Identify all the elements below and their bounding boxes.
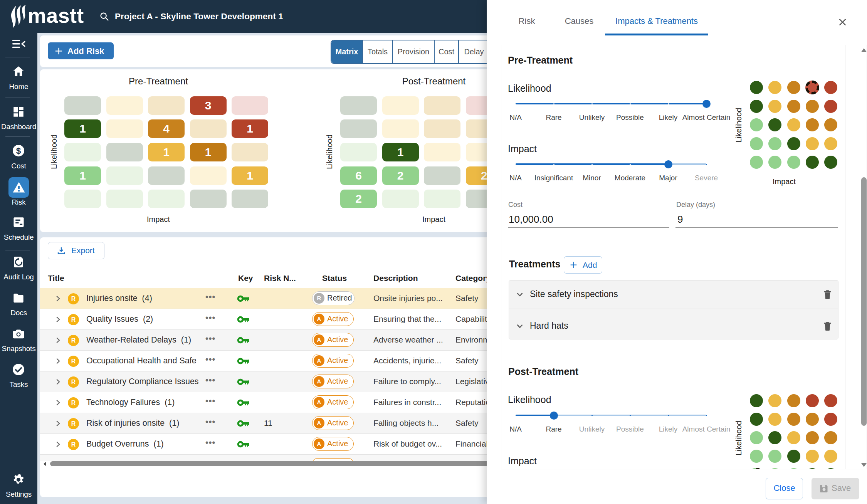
svg-text:$: $ <box>16 146 21 156</box>
